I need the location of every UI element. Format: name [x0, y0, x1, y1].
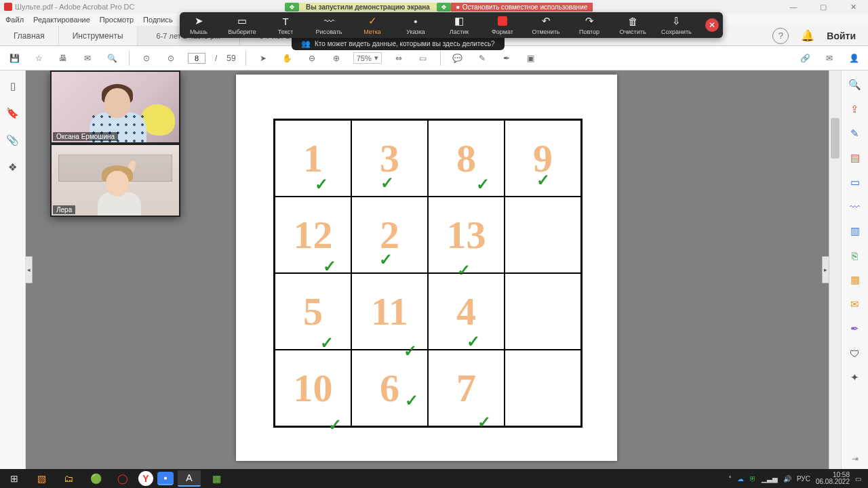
- zoom-tool-повтор[interactable]: ↷Повтор: [574, 15, 604, 35]
- more-tools-icon[interactable]: ✦: [848, 370, 863, 385]
- menu-view[interactable]: Просмотр: [100, 16, 134, 24]
- redact-icon[interactable]: ⎘: [848, 248, 863, 263]
- window-maximize[interactable]: ▢: [808, 0, 838, 14]
- collapse-right-icon[interactable]: ⇥: [852, 454, 859, 464]
- zoom-tool-отменить[interactable]: ↶Отменить: [531, 15, 561, 35]
- zoom-tool-текст[interactable]: TТекст: [271, 15, 300, 35]
- expand-left-panel[interactable]: ◂: [26, 256, 33, 283]
- export-pdf-icon[interactable]: ⇪: [848, 102, 863, 117]
- fit-page-icon[interactable]: ▭: [416, 51, 431, 66]
- fit-width-icon[interactable]: ⇔: [391, 51, 406, 66]
- cursor-icon[interactable]: ➤: [256, 51, 271, 66]
- zoom-tool-label: Очистить: [619, 28, 646, 35]
- tab-tools[interactable]: Инструменты: [59, 26, 138, 45]
- menu-file[interactable]: Файл: [5, 16, 24, 24]
- stop-share-button[interactable]: Остановить совместное использование: [451, 3, 593, 12]
- zoom-tool-label: Указка: [406, 28, 425, 35]
- envelope-icon[interactable]: ✉: [822, 51, 837, 66]
- bookmarks-icon[interactable]: 🔖: [5, 106, 20, 121]
- comment-icon[interactable]: 💬: [450, 51, 465, 66]
- comment-tool-icon[interactable]: ▭: [848, 175, 863, 190]
- zoom-tool-мышь[interactable]: ➤Мышь: [184, 15, 214, 35]
- window-close[interactable]: ✕: [838, 0, 868, 14]
- zoom-participants-panel[interactable]: Оксана Ермошина Лера: [50, 70, 180, 217]
- document-canvas[interactable]: 1✓3✓8✓9✓12✓2✓13✓5✓11✓4✓10✓6✓7✓ Оксана Ер…: [26, 70, 829, 469]
- tray-network-icon[interactable]: ▁▃▅: [762, 475, 778, 483]
- zoom-tools-close[interactable]: ✕: [705, 18, 719, 32]
- taskbar-app-sublime[interactable]: ▧: [30, 470, 53, 487]
- edit-pdf-icon[interactable]: ✎: [848, 126, 863, 141]
- taskbar-app-acrobat[interactable]: A: [178, 470, 201, 487]
- sign-icon[interactable]: ✒: [499, 51, 514, 66]
- zoom-out-icon[interactable]: ⊖: [304, 51, 319, 66]
- zoom-tool-метка[interactable]: ✓Метка: [357, 15, 387, 35]
- taskbar-app-opera[interactable]: ◯: [111, 470, 134, 487]
- mail-icon[interactable]: ✉: [80, 51, 95, 66]
- start-button[interactable]: ⊞: [3, 470, 26, 487]
- taskbar-app-yandex[interactable]: Y: [138, 471, 153, 486]
- taskbar-app-other[interactable]: ▦: [205, 470, 228, 487]
- fill-sign-icon[interactable]: ✒: [848, 321, 863, 336]
- people-icon[interactable]: 👤: [846, 51, 861, 66]
- search-doc-icon[interactable]: 🔍: [104, 51, 119, 66]
- zoom-visibility-hint[interactable]: Кто может видеть данные, которыми вы зде…: [292, 37, 505, 50]
- zoom-tool-сохранить[interactable]: ⇩Сохранить: [661, 15, 692, 35]
- login-button[interactable]: Войти: [827, 30, 856, 41]
- help-icon[interactable]: ?: [772, 28, 789, 44]
- menu-edit[interactable]: Редактирование: [33, 16, 90, 24]
- system-tray[interactable]: ˄ ☁ ⛨ ▁▃▅ 🔊 РУС 10:5806.08.2022 ▭: [728, 472, 865, 485]
- combine-icon[interactable]: 〰: [848, 199, 863, 214]
- tab-home[interactable]: Главная: [0, 26, 59, 45]
- taskbar-app-zoom[interactable]: ▪: [157, 472, 174, 485]
- organize-icon[interactable]: ▥: [848, 224, 863, 239]
- page-down-icon[interactable]: ⊙: [163, 51, 178, 66]
- taskbar-app-chrome[interactable]: 🟢: [84, 470, 107, 487]
- zoom-tool-выберите[interactable]: ▭Выберите: [227, 15, 257, 35]
- create-pdf-icon[interactable]: ▤: [848, 150, 863, 165]
- schulte-cell: 12✓: [275, 197, 351, 273]
- zoom-tool-рисовать[interactable]: 〰Рисовать: [314, 15, 344, 35]
- compress-icon[interactable]: ▦: [848, 272, 863, 287]
- taskbar-app-explorer[interactable]: 🗂: [57, 470, 80, 487]
- stamp-icon[interactable]: ▣: [524, 51, 538, 66]
- pages-icon[interactable]: ▯: [5, 79, 20, 94]
- zoom-tool-label: Текст: [278, 28, 294, 35]
- window-minimize[interactable]: —: [778, 0, 808, 14]
- share-icon[interactable]: 🔗: [797, 51, 812, 66]
- scroll-thumb[interactable]: [831, 118, 840, 159]
- zoom-tool-указка[interactable]: •Указка: [401, 15, 431, 35]
- attachments-icon[interactable]: 📎: [5, 133, 20, 148]
- hand-icon[interactable]: ✋: [280, 51, 295, 66]
- layers-icon[interactable]: ❖: [5, 160, 20, 175]
- save-icon[interactable]: 💾: [7, 51, 22, 66]
- zoom-tool-ластик[interactable]: ◧Ластик: [444, 15, 474, 35]
- webcam-participant-1[interactable]: Оксана Ермошина: [50, 70, 180, 144]
- zoom-tool-формат[interactable]: Формат: [488, 15, 517, 35]
- zoom-in-icon[interactable]: ⊕: [329, 51, 344, 66]
- send-icon[interactable]: ✉: [848, 297, 863, 312]
- protect-icon[interactable]: 🛡: [848, 346, 863, 361]
- tray-av-icon[interactable]: ⛨: [749, 475, 756, 483]
- vertical-scrollbar[interactable]: [829, 70, 841, 469]
- page-current-input[interactable]: [188, 53, 205, 64]
- search-icon[interactable]: 🔍: [848, 77, 863, 92]
- expand-right-panel[interactable]: ▸: [822, 256, 829, 283]
- tray-volume-icon[interactable]: 🔊: [783, 475, 791, 483]
- schulte-cell: 13✓: [428, 197, 505, 273]
- highlight-icon[interactable]: ✎: [475, 51, 490, 66]
- tray-language[interactable]: РУС: [797, 475, 810, 483]
- bell-icon[interactable]: 🔔: [801, 29, 814, 42]
- zoom-tool-очистить[interactable]: 🗑Очистить: [618, 15, 648, 35]
- tray-chevron-icon[interactable]: ˄: [728, 475, 732, 483]
- share-status-text: Вы запустили демонстрацию экрана: [299, 3, 437, 12]
- star-icon[interactable]: ☆: [31, 51, 46, 66]
- print-icon[interactable]: 🖶: [56, 51, 71, 66]
- tray-clock[interactable]: 10:5806.08.2022: [816, 472, 850, 485]
- zoom-select[interactable]: 75% ▾: [353, 52, 382, 64]
- page-up-icon[interactable]: ⊙: [139, 51, 154, 66]
- webcam-participant-2[interactable]: Лера: [50, 144, 180, 217]
- menu-sign[interactable]: Подпись: [143, 16, 173, 24]
- tray-cloud-icon[interactable]: ☁: [737, 475, 744, 483]
- tray-notifications-icon[interactable]: ▭: [855, 475, 861, 483]
- left-panel: ▯ 🔖 📎 ❖: [0, 70, 26, 469]
